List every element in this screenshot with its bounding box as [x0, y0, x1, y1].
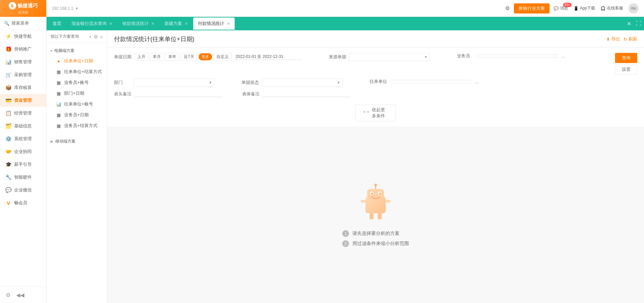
export-btn[interactable]: ⬆ 导出 [606, 36, 620, 42]
tab-receipt-stats[interactable]: 收款情况统计 ✕ [118, 18, 159, 30]
sidebar-item-guide[interactable]: 🎓 新手引导 [0, 158, 46, 171]
sidebar-item-sales[interactable]: 📊 销售管理 [0, 56, 46, 68]
settings-footer-btn[interactable]: ⚙ [3, 290, 13, 300]
date-btn-this-month[interactable]: 本月 [150, 53, 164, 61]
tab-payment-stats[interactable]: 付款情况统计 ✕ [193, 18, 235, 30]
date-range-input[interactable] [234, 54, 302, 60]
date-btn-custom[interactable]: 自定义 [213, 53, 232, 61]
scheme-panel-header: 按以下方案查询 + ⚙ « [47, 30, 107, 43]
filter-source-arrow: ▾ [425, 55, 427, 59]
filter-salesman-select[interactable] [476, 54, 557, 58]
user-avatar[interactable]: Rit [628, 3, 639, 13]
app-download-btn[interactable]: 📱 App下载 [574, 5, 595, 11]
scheme-item-unit-account[interactable]: 📊 往来单位+账号 [47, 99, 107, 110]
topbar-address-arrow[interactable]: ▾ [76, 6, 78, 11]
sidebar-item-inventory[interactable]: 📦 库存核算 [0, 81, 46, 94]
scheme-item-salesman-date[interactable]: ▦ 业务员+日期 [47, 110, 107, 120]
refresh-icon: ↻ [623, 37, 627, 42]
scheme-item-unit-date-label: 往来单位+日期 [64, 58, 93, 64]
filter-source-select[interactable]: ▾ [349, 53, 430, 61]
topbar: 192.168.1.1 ▾ ⚙ 体验行业方案 💬 消息 99+ 📱 App下载 … [47, 0, 644, 17]
member-icon: V [5, 200, 11, 206]
date-btn-7days[interactable]: 近7天 [181, 53, 197, 61]
trial-btn[interactable]: 体验行业方案 [514, 3, 550, 13]
scheme-item-active-icon: ● [56, 58, 61, 64]
tab-bank-flow-close[interactable]: ✕ [109, 22, 112, 26]
sidebar: 6 畅捷通巧 标准版 🔍 搜索菜单 ⚡ 快捷导航 🎁 营销推广 📊 销售管理 🛒… [0, 0, 47, 303]
filter-docstatus-item: 单据状态 ▾ [241, 79, 343, 87]
scheme-section-desktop: ▾ 电脑端方案 ● 往来单位+日期 ▦ 往来单位+结算方式 ▦ 业务员+账号 ▦ [47, 43, 107, 134]
scheme-section-mobile: ▶ 移动端方案 [47, 134, 107, 149]
tab-payment-stats-close[interactable]: ✕ [227, 22, 230, 26]
date-btn-last-month[interactable]: 上月 [134, 53, 148, 61]
filter-date-btns: 上月 本月 本年 近7天 更多 自定义 [134, 53, 302, 61]
sidebar-item-marketing[interactable]: 🎁 营销推广 [0, 43, 46, 56]
sidebar-item-system[interactable]: ⚙️ 系统管理 [0, 132, 46, 145]
tip-num-1: 1 [342, 230, 349, 237]
tab-payment-stats-label: 付款情况统计 [198, 21, 224, 27]
refresh-label: 刷新 [628, 36, 637, 42]
sidebar-item-purchase[interactable]: 🛒 采购管理 [0, 68, 46, 81]
tab-bar: 首页 现金银行流水查询 ✕ 收款情况统计 ✕ 新建方案 ✕ 付款情况统计 ✕ ✕… [47, 17, 644, 30]
scheme-item-icon: ▦ [56, 69, 61, 74]
message-badge: 99+ [563, 3, 572, 7]
empty-state: 1 请先选择要分析的方案 2 用过滤条件来缩小分析范围 [107, 127, 644, 303]
sidebar-item-wechat[interactable]: 💬 企业微信 [0, 184, 46, 196]
sidebar-item-hardware[interactable]: 🔧 智能硬件 [0, 171, 46, 184]
filter-dept-select[interactable]: ▾ [134, 79, 214, 87]
scheme-item-dept-date[interactable]: ▦ 部门+日期 [47, 88, 107, 99]
tab-new-scheme[interactable]: 新建方案 ✕ [160, 18, 193, 30]
sidebar-item-basic-info[interactable]: 🗂️ 基础信息 [0, 120, 46, 132]
tab-bank-flow[interactable]: 现金银行流水查询 ✕ [67, 18, 117, 30]
sidebar-item-member[interactable]: V 畅会员 [0, 196, 46, 209]
tab-new-scheme-close[interactable]: ✕ [185, 22, 188, 26]
scheme-section-mobile-arrow: ▶ [51, 140, 53, 143]
scheme-item-chart-icon: 📊 [56, 101, 61, 107]
tab-close-all-btn[interactable]: ✕ [625, 19, 633, 28]
collapse-filter-btn[interactable]: ⌃⌃ 收起更多条件 [355, 104, 396, 121]
scheme-collapse-btn[interactable]: « [100, 34, 103, 39]
scheme-settings-btn[interactable]: ⚙ [94, 34, 98, 39]
enterprise-icon: 🤝 [5, 149, 11, 155]
sidebar-item-fund[interactable]: 💳 资金管理 [0, 94, 46, 107]
scheme-section-desktop-header[interactable]: ▾ 电脑端方案 [47, 46, 107, 56]
scheme-add-btn[interactable]: + [89, 34, 92, 39]
date-btn-more[interactable]: 更多 [199, 53, 212, 60]
refresh-btn[interactable]: ↻ 刷新 [623, 36, 637, 42]
collapse-sidebar-btn[interactable]: ◀◀ [16, 290, 25, 300]
filter-partner-select[interactable] [390, 80, 471, 83]
scheme-item-unit-settle[interactable]: ▦ 往来单位+结算方式 [47, 66, 107, 77]
date-btn-this-year[interactable]: 本年 [165, 53, 179, 61]
scheme-section-mobile-header[interactable]: ▶ 移动端方案 [47, 137, 107, 146]
filter-docstatus-select[interactable]: ▾ [262, 79, 343, 87]
query-btn[interactable]: 查询 [615, 53, 637, 63]
basic-info-icon: 🗂️ [5, 123, 11, 129]
scheme-item-unit-date[interactable]: ● 往来单位+日期 [47, 56, 107, 66]
sidebar-item-enterprise[interactable]: 🤝 企业协同 [0, 145, 46, 158]
tab-expand-btn[interactable]: ⛶ [635, 19, 643, 28]
sidebar-item-label: 新手引导 [14, 161, 32, 168]
sidebar-item-label: 经营管理 [14, 110, 32, 116]
sidebar-search-label: 搜索菜单 [11, 20, 29, 26]
settings-btn[interactable]: 设置 [615, 64, 637, 74]
scheme-item-salesman-settle[interactable]: ▦ 业务员+结算方式 [47, 120, 107, 131]
sidebar-search[interactable]: 🔍 搜索菜单 [0, 17, 46, 30]
scheme-item-salesman-account[interactable]: ▦ 业务员+账号 [47, 77, 107, 88]
filter-partner-dots[interactable]: ... [475, 79, 479, 84]
message-btn[interactable]: 💬 消息 99+ [554, 5, 568, 11]
filter-headernote-input[interactable] [134, 91, 222, 97]
service-label: 在线客服 [607, 5, 623, 11]
sidebar-item-quick-nav[interactable]: ⚡ 快捷导航 [0, 30, 46, 43]
collapse-icon: ⌃⌃ [362, 111, 370, 116]
filter-bodynote-input[interactable] [262, 91, 350, 97]
online-service-btn[interactable]: 🎧 在线客服 [601, 5, 623, 11]
sidebar-item-operation[interactable]: 📋 经营管理 [0, 107, 46, 120]
filter-salesman-item: 业务员 ... [457, 53, 565, 59]
svg-rect-10 [370, 213, 374, 219]
sidebar-item-label: 营销推广 [14, 46, 32, 52]
topbar-settings-icon[interactable]: ⚙ [505, 5, 510, 11]
tab-receipt-stats-close[interactable]: ✕ [151, 22, 154, 26]
tab-home[interactable]: 首页 [48, 18, 66, 30]
filter-salesman-dots[interactable]: ... [561, 53, 565, 59]
scheme-item-dept-date-label: 部门+日期 [64, 90, 84, 96]
